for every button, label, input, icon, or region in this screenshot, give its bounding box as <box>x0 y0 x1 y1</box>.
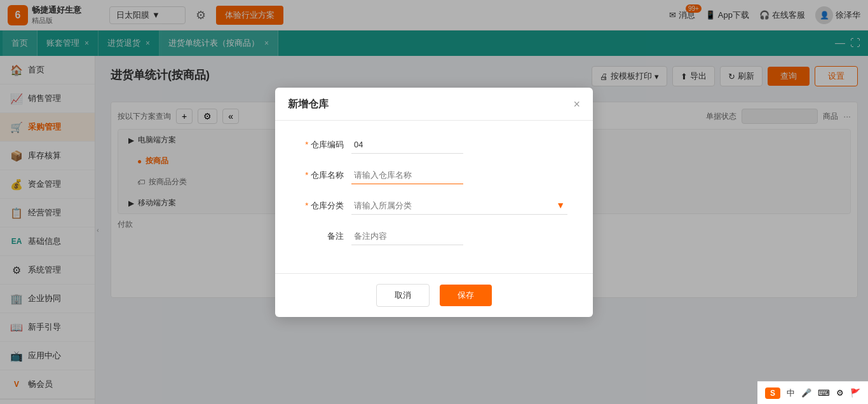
dialog-body: 仓库编码 仓库名称 仓库分类 ▼ <box>275 121 593 273</box>
category-select-wrap[interactable]: ▼ <box>351 197 567 215</box>
warehouse-remark-input[interactable] <box>351 227 463 245</box>
dialog-title: 新增仓库 <box>288 98 329 111</box>
dialog-overlay: 新增仓库 × 仓库编码 仓库名称 仓库分类 <box>0 0 868 404</box>
chinese-text-icon: 中 <box>787 387 795 399</box>
save-button[interactable]: 保存 <box>440 285 492 306</box>
warehouse-name-input[interactable] <box>351 166 463 184</box>
cancel-button[interactable]: 取消 <box>376 284 430 307</box>
remark-label: 备注 <box>301 231 351 242</box>
keyboard-icon[interactable]: ⌨ <box>818 388 830 398</box>
brand-s-icon: S <box>765 387 780 399</box>
dialog-header: 新增仓库 × <box>275 88 593 121</box>
name-label: 仓库名称 <box>301 170 351 181</box>
bottom-status-bar: S 中 🎤 ⌨ ⚙ 🚩 <box>757 381 868 404</box>
form-row-remark: 备注 <box>301 227 567 245</box>
dialog-close-button[interactable]: × <box>573 98 580 111</box>
category-dropdown-icon: ▼ <box>556 200 567 210</box>
category-label: 仓库分类 <box>301 200 351 212</box>
warehouse-code-input[interactable] <box>351 136 463 154</box>
form-row-category: 仓库分类 ▼ <box>301 197 567 215</box>
settings-icon[interactable]: ⚙ <box>836 388 844 398</box>
warehouse-category-input[interactable] <box>351 197 556 214</box>
new-warehouse-dialog: 新增仓库 × 仓库编码 仓库名称 仓库分类 <box>275 88 593 317</box>
code-label: 仓库编码 <box>301 139 351 151</box>
dialog-footer: 取消 保存 <box>275 273 593 317</box>
form-row-code: 仓库编码 <box>301 136 567 154</box>
mic-icon[interactable]: 🎤 <box>801 388 811 398</box>
form-row-name: 仓库名称 <box>301 166 567 184</box>
flag-icon[interactable]: 🚩 <box>850 388 860 398</box>
